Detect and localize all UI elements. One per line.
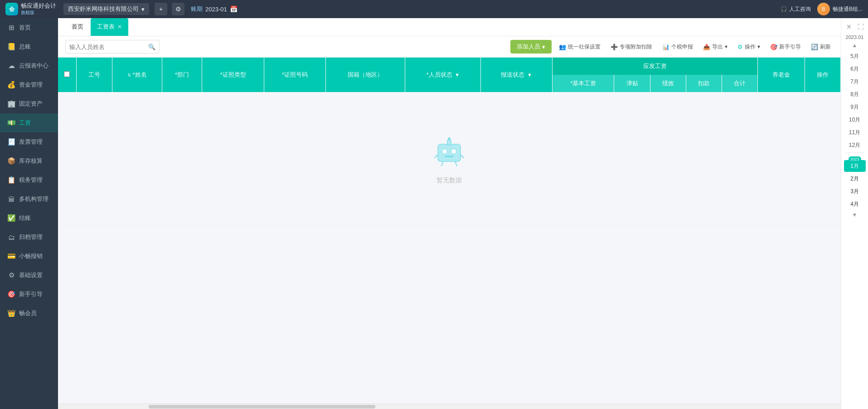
status-filter-icon[interactable]: ▼	[455, 72, 460, 78]
sidebar-label-tax: 税务管理	[19, 176, 43, 184]
th-allowance: 津贴	[614, 75, 650, 92]
panel-close-button[interactable]: ✕	[844, 22, 854, 32]
ops-icon: ⚙	[737, 44, 743, 50]
funds-icon: 💰	[7, 81, 15, 89]
sidebar-item-vip[interactable]: 👑 畅会员	[0, 304, 58, 323]
beginner-label: 新手引导	[779, 43, 801, 51]
multi-org-icon: 🏛	[7, 195, 15, 203]
headset-icon: 🎧	[781, 6, 787, 12]
beginner-guide-button[interactable]: 🎯 新手引导	[767, 41, 804, 53]
refresh-button[interactable]: 🔄 刷新	[808, 41, 834, 53]
salary-icon: 💵	[7, 119, 15, 127]
company-dropdown-icon: ▾	[141, 6, 145, 13]
expense-icon: 💳	[7, 252, 15, 260]
month-nav-down[interactable]: ▼	[849, 210, 860, 219]
year-divider	[846, 152, 864, 153]
tax-report-label: 个税申报	[671, 43, 693, 51]
month-item-2022-9[interactable]: 9月	[844, 101, 866, 113]
special-deduction-button[interactable]: ➕ 专项附加扣除	[608, 41, 655, 53]
refresh-icon: 🔄	[811, 44, 818, 50]
report-filter-icon[interactable]: ▼	[527, 72, 532, 78]
company-selector[interactable]: 西安虾米网络科技有限公司 ▾	[63, 3, 149, 15]
month-item-2023-1[interactable]: 2023 1月	[844, 160, 866, 172]
sidebar-item-inventory[interactable]: 📦 库存核算	[0, 151, 58, 170]
export-icon: 📤	[703, 44, 710, 50]
sidebar-item-home[interactable]: ⊞ 首页	[0, 18, 58, 37]
export-button[interactable]: 📤 导出 ▾	[700, 41, 730, 53]
sidebar-item-expense[interactable]: 💳 小畅报销	[0, 247, 58, 266]
sidebar-label-expense: 小畅报销	[19, 252, 43, 260]
account-period: 账期 2023-01 📅	[191, 5, 238, 13]
user-name: 畅捷通B组...	[833, 5, 863, 13]
inventory-icon: 📦	[7, 157, 15, 165]
logo-subtitle: 旗舰版	[21, 10, 56, 16]
month-item-2022-6[interactable]: 6月	[844, 63, 866, 75]
select-all-checkbox[interactable]	[64, 71, 70, 77]
year-badge-2023: 2023	[848, 156, 861, 162]
month-item-2022-8[interactable]: 8月	[844, 88, 866, 100]
company-name: 西安虾米网络科技有限公司	[68, 5, 139, 13]
guide-icon: 🎯	[7, 290, 15, 298]
tab-bar: 首页 工资表 ✕	[58, 18, 841, 36]
month-nav-up[interactable]: ▲	[849, 41, 860, 50]
th-performance: 绩效	[650, 75, 686, 92]
sidebar-label-archive: 归档管理	[19, 233, 43, 241]
scroll-thumb[interactable]	[149, 405, 375, 409]
deduction-icon: ➕	[611, 44, 618, 50]
social-label: 统一社保设置	[568, 43, 601, 51]
add-person-dropdown-icon: ▾	[542, 44, 545, 50]
sidebar-item-invoice[interactable]: 🧾 发票管理	[0, 132, 58, 151]
sidebar-item-assets[interactable]: 🏢 固定资产	[0, 94, 58, 113]
th-base-salary: *基本工资	[552, 75, 614, 92]
operations-button[interactable]: ⚙ 操作 ▾	[735, 41, 763, 53]
sidebar-item-tax[interactable]: 📋 税务管理	[0, 170, 58, 190]
svg-line-6	[435, 155, 438, 158]
add-person-button[interactable]: 添加人员 ▾	[510, 40, 552, 54]
sidebar-item-cloud-report[interactable]: ☁ 云报表中心	[0, 56, 58, 75]
bottom-scrollbar[interactable]	[58, 404, 841, 409]
calendar-icon[interactable]: 📅	[230, 5, 238, 13]
search-input[interactable]	[69, 44, 145, 50]
month-item-2022-11[interactable]: 11月	[844, 127, 866, 138]
th-checkbox[interactable]	[58, 58, 76, 92]
add-button[interactable]: +	[155, 3, 167, 15]
panel-expand-button[interactable]: ⛶	[856, 22, 866, 32]
settings-button[interactable]: ⚙	[172, 3, 184, 15]
svg-point-5	[448, 137, 451, 140]
sidebar-label-salary: 工资	[19, 119, 31, 127]
tab-salary[interactable]: 工资表 ✕	[91, 18, 128, 36]
sidebar-label-vip: 畅会员	[19, 309, 37, 317]
tab-home[interactable]: 首页	[65, 18, 90, 36]
tab-home-label: 首页	[72, 23, 83, 31]
sidebar-item-funds[interactable]: 💰 资金管理	[0, 75, 58, 94]
user-info[interactable]: B 畅捷通B组...	[817, 3, 863, 15]
tax-report-button[interactable]: 📊 个税申报	[659, 41, 696, 53]
svg-rect-0	[438, 144, 461, 161]
refresh-label: 刷新	[820, 43, 831, 51]
tab-close-icon[interactable]: ✕	[117, 24, 122, 30]
service-button[interactable]: 🎧 人工咨询	[781, 5, 811, 13]
period-value: 2023-01	[205, 6, 227, 13]
tax-report-icon: 📊	[662, 44, 669, 50]
svg-rect-1	[442, 149, 447, 154]
sidebar-label-invoice: 发票管理	[19, 138, 43, 146]
sidebar-label-inventory: 库存核算	[19, 157, 43, 165]
sidebar-item-close-account[interactable]: ✅ 结账	[0, 209, 58, 228]
month-item-2022-10[interactable]: 10月	[844, 114, 866, 126]
social-security-button[interactable]: 👥 统一社保设置	[556, 41, 603, 53]
sidebar-item-salary[interactable]: 💵 工资	[0, 113, 58, 132]
sidebar-item-ledger[interactable]: 📒 总账	[0, 37, 58, 56]
month-item-2023-2[interactable]: 2月	[844, 173, 866, 185]
month-item-2023-3[interactable]: 3月	[844, 185, 866, 197]
sidebar-label-guide: 新手引导	[19, 290, 43, 298]
month-item-2022-12[interactable]: 12月	[844, 139, 866, 151]
close-account-icon: ✅	[7, 214, 15, 222]
sidebar-item-guide[interactable]: 🎯 新手引导	[0, 285, 58, 304]
sidebar-item-multi-org[interactable]: 🏛 多机构管理	[0, 190, 58, 209]
month-item-2022-7[interactable]: 7月	[844, 76, 866, 88]
month-item-2022-5[interactable]: 5月	[844, 50, 866, 62]
th-name[interactable]: ⇅ *姓名	[112, 58, 162, 92]
sidebar-item-settings[interactable]: ⚙ 基础设置	[0, 266, 58, 285]
sidebar-item-archive[interactable]: 🗂 归档管理	[0, 228, 58, 247]
month-item-2023-4[interactable]: 4月	[844, 198, 866, 210]
